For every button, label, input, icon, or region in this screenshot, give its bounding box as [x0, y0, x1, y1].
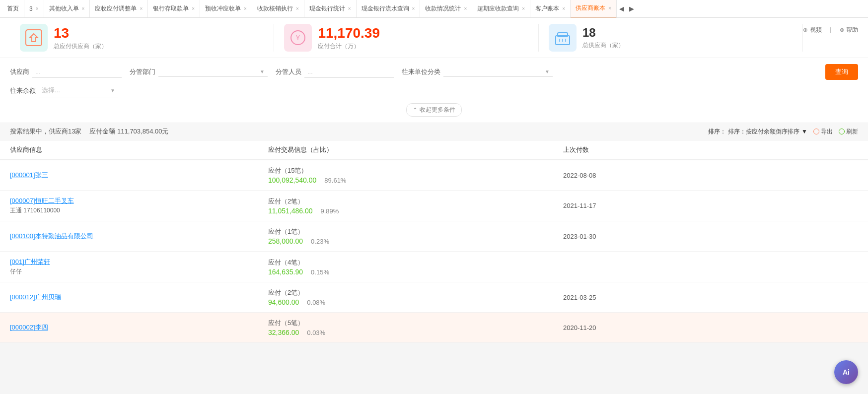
transaction-info-5: 应付（2笔） 94,600.00 0.08% — [268, 288, 563, 306]
trans-pct-5: 0.08% — [307, 299, 325, 306]
supplier-info-4: [001]广州荣轩 仔仔 — [10, 258, 268, 276]
trans-label-4: 应付（4笔） — [268, 258, 563, 267]
trans-pct-4: 0.15% — [311, 268, 329, 276]
export-button[interactable]: 导出 — [813, 128, 833, 136]
close-tab-overdue-query[interactable]: × — [522, 6, 525, 11]
collapse-label: 收起更多条件 — [420, 106, 455, 114]
transaction-info-2: 应付（2笔） 11,051,486.00 9.89% — [268, 197, 563, 215]
category-select[interactable]: ▼ — [443, 67, 553, 77]
top-navigation: 首页 3 × 其他收入单 × 应收应付调整单 × 银行存取款单 × 预收冲应收单… — [0, 0, 868, 18]
nav-prev-arrow[interactable]: ◀ — [617, 0, 627, 18]
summary-card-total-suppliers: 18 总供应商（家） — [539, 24, 803, 52]
result-actions: 排序： 排序：按应付余额倒序排序 ▼ 导出 刷新 — [708, 128, 858, 136]
supplier-link-4[interactable]: [001]广州荣轩 — [10, 258, 50, 265]
payable-amount-icon: ¥ — [284, 24, 312, 52]
nav-tab-prepay-collect[interactable]: 预收冲应收单 × — [200, 0, 252, 18]
nav-tab-cash-bank-flow[interactable]: 现金银行流水查询 × — [357, 0, 421, 18]
collapse-button[interactable]: ⌃ 收起更多条件 — [406, 103, 462, 117]
result-prefix: 搜索结果中，供应商13家 — [10, 127, 81, 136]
refresh-label: 刷新 — [846, 128, 858, 136]
query-button[interactable]: 查询 — [825, 64, 858, 80]
nav-tab-supplier-ledger[interactable]: 供应商账本 × — [571, 0, 617, 18]
close-tab-cash-bank-stats[interactable]: × — [348, 6, 351, 11]
supplier-link-1[interactable]: [000001]张三 — [10, 171, 48, 179]
supplier-sub-4: 仔仔 — [10, 267, 268, 276]
close-tab-supplier-ledger[interactable]: × — [608, 5, 611, 11]
sort-dropdown-arrow: ▼ — [801, 128, 807, 135]
total-suppliers-label: 总供应商（家） — [582, 41, 624, 50]
balance-select[interactable]: 选择... ▼ — [39, 84, 118, 97]
filter-row-1: 供应商 分管部门 ▼ 分管人员 往来单位分类 ▼ 查询 — [10, 64, 858, 80]
collapse-up-icon: ⌃ — [413, 107, 418, 114]
nav-tab-payment-stats[interactable]: 收款情况统计 × — [420, 0, 472, 18]
category-label: 往来单位分类 — [402, 67, 440, 76]
supplier-label: 供应商 — [10, 67, 29, 76]
close-tab-ar-ap-adjust[interactable]: × — [140, 6, 143, 11]
supplier-info-5: [000012]广州贝瑞 — [10, 293, 268, 302]
person-input[interactable] — [304, 66, 394, 78]
nav-tab-3[interactable]: 3 × — [24, 0, 44, 18]
refresh-button[interactable]: 刷新 — [839, 128, 858, 136]
trans-pct-1: 89.61% — [324, 177, 346, 184]
summary-card-payable-amount: ¥ 11,170.39 应付合计（万） — [274, 24, 538, 52]
sort-select[interactable]: 排序： 排序：按应付余额倒序排序 ▼ — [708, 128, 807, 136]
help-link[interactable]: ⊙ 帮助 — [840, 26, 858, 34]
trans-label-3: 应付（1笔） — [268, 227, 563, 236]
trans-label-2: 应付（2笔） — [268, 197, 563, 206]
col-header-supplier: 供应商信息 — [10, 145, 268, 154]
trans-pct-6: 0.03% — [307, 329, 325, 336]
table-row: [000007]恒旺二手叉车 王通 17106110000 应付（2笔） 11,… — [0, 191, 868, 221]
table-row: [000012]广州贝瑞 应付（2笔） 94,600.00 0.08% 2021… — [0, 282, 868, 313]
transaction-info-6: 应付（5笔） 32,366.00 0.03% — [268, 319, 563, 336]
payable-suppliers-number: 13 — [54, 25, 107, 42]
nav-tab-ar-ap-adjust[interactable]: 应收应付调整单 × — [90, 0, 148, 18]
trans-amount-2: 11,051,486.00 — [268, 207, 313, 215]
payable-suppliers-text: 13 总应付供应商（家） — [54, 25, 107, 51]
nav-next-arrow[interactable]: ▶ — [627, 0, 637, 18]
payable-amount-text: 11,170.39 应付合计（万） — [318, 25, 380, 51]
result-amount: 应付金额 111,703,854.00元 — [89, 127, 168, 136]
trans-pct-3: 0.23% — [311, 238, 329, 245]
nav-tab-overdue-query[interactable]: 超期应收款查询 × — [472, 0, 530, 18]
close-tab-payment-stats[interactable]: × — [464, 6, 467, 11]
close-tab-prepay-collect[interactable]: × — [244, 6, 247, 11]
data-table: 供应商信息 应付交易信息（占比） 上次付数 [000001]张三 应付（15笔）… — [0, 140, 868, 343]
close-tab-bank-deposit[interactable]: × — [192, 6, 195, 11]
nav-tab-payment-verify[interactable]: 收款核销执行 × — [252, 0, 304, 18]
trans-label-6: 应付（5笔） — [268, 319, 563, 328]
trans-amount-3: 258,000.00 — [268, 237, 303, 245]
svg-rect-0 — [26, 30, 42, 46]
nav-tab-cash-bank-stats[interactable]: 现金银行统计 × — [304, 0, 357, 18]
last-pay-2: 2021-11-17 — [563, 202, 858, 209]
close-tab-payment-verify[interactable]: × — [296, 6, 299, 11]
supplier-link-5[interactable]: [000012]广州贝瑞 — [10, 293, 61, 301]
dept-select[interactable]: ▼ — [158, 67, 268, 77]
export-icon — [813, 129, 819, 134]
nav-tab-home[interactable]: 首页 — [2, 0, 24, 18]
filter-person: 分管人员 — [276, 66, 394, 78]
close-tab-customer-ledger[interactable]: × — [562, 6, 565, 11]
nav-tab-other-income[interactable]: 其他收入单 × — [44, 0, 90, 18]
video-link[interactable]: ⊙ 视频 — [803, 26, 821, 34]
total-suppliers-number: 18 — [582, 26, 624, 40]
close-tab-3[interactable]: × — [36, 6, 39, 11]
table-row: [000001]张三 应付（15笔） 100,092,540.00 89.61%… — [0, 160, 868, 191]
nav-tab-customer-ledger[interactable]: 客户账本 × — [530, 0, 571, 18]
refresh-icon — [839, 129, 845, 134]
sort-label: 排序：按应付余额倒序排序 — [728, 128, 799, 136]
col-header-transaction: 应付交易信息（占比） — [268, 145, 563, 154]
supplier-link-6[interactable]: [000002]李四 — [10, 324, 48, 331]
nav-tab-bank-deposit[interactable]: 银行存取款单 × — [148, 0, 200, 18]
trans-pct-2: 9.89% — [321, 207, 339, 215]
supplier-input[interactable] — [32, 66, 122, 78]
close-tab-cash-bank-flow[interactable]: × — [412, 6, 415, 11]
trans-amount-5: 94,600.00 — [268, 298, 299, 306]
trans-amount-1: 100,092,540.00 — [268, 176, 316, 184]
supplier-info-3: [000100]本特勤油品有限公司 — [10, 232, 268, 241]
supplier-info-2: [000007]恒旺二手叉车 王通 17106110000 — [10, 197, 268, 215]
close-tab-other-income[interactable]: × — [82, 6, 85, 11]
filter-dept: 分管部门 ▼ — [130, 67, 268, 77]
supplier-link-2[interactable]: [000007]恒旺二手叉车 — [10, 197, 74, 204]
supplier-link-3[interactable]: [000100]本特勤油品有限公司 — [10, 232, 93, 240]
supplier-info-1: [000001]张三 — [10, 171, 268, 180]
